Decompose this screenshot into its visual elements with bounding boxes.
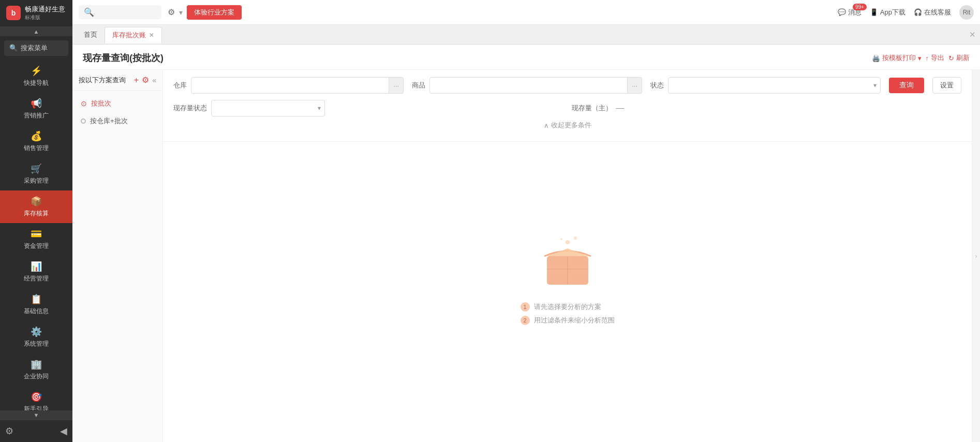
tab-batch-account[interactable]: 库存批次账 ✕ <box>105 27 162 43</box>
product-more-button[interactable]: ··· <box>628 77 642 94</box>
sidebar-search[interactable]: 🔍 搜索菜单 <box>4 40 68 56</box>
sidebar-item-enterprise[interactable]: 🏢 企业协同 <box>0 353 72 386</box>
empty-hint-2: 2 用过滤条件来缩小分析范围 <box>521 316 615 325</box>
sidebar-item-sales[interactable]: 💰 销售管理 <box>0 125 72 158</box>
hint-1-text: 请先选择要分析的方案 <box>534 302 601 312</box>
sidebar-item-purchase[interactable]: 🛒 采购管理 <box>0 158 72 190</box>
export-button[interactable]: ↑ 导出 <box>926 53 945 63</box>
sidebar-footer: ⚙ ◀ <box>0 420 72 442</box>
filter-add-icon[interactable]: + <box>134 76 139 85</box>
purchase-icon: 🛒 <box>31 163 42 174</box>
query-button[interactable]: 查询 <box>889 78 924 93</box>
sidebar-item-marketing[interactable]: 📢 营销推广 <box>0 93 72 125</box>
collapse-more-button[interactable]: ∧ 收起更多条件 <box>173 116 961 134</box>
topbar-search-input[interactable] <box>96 8 148 16</box>
filter-item-by-batch[interactable]: ⊙ 按批次 <box>72 95 162 112</box>
filter-collapse-icon[interactable]: « <box>152 76 156 84</box>
sidebar-item-inventory[interactable]: 📦 库存核算 <box>0 190 72 223</box>
empty-hint-1: 1 请先选择要分析的方案 <box>521 302 615 312</box>
app-download-button[interactable]: 📱 App下载 <box>870 8 905 17</box>
tab-close-icon[interactable]: ✕ <box>149 32 154 39</box>
product-input[interactable] <box>429 77 628 94</box>
filter-settings-icon[interactable]: ⚙ <box>142 75 149 85</box>
enterprise-icon: 🏢 <box>31 359 42 370</box>
collapse-icon: ∧ <box>544 122 549 129</box>
warehouse-more-button[interactable]: ··· <box>389 77 404 94</box>
export-icon: ↑ <box>926 54 929 62</box>
filter-item-by-warehouse-batch[interactable]: 按仓库+批次 <box>72 112 162 130</box>
phone-icon: 📱 <box>870 8 878 16</box>
print-button[interactable]: 🖨️ 按模板打印 ▾ <box>872 53 922 63</box>
message-icon: 💬 <box>838 8 846 16</box>
message-badge: 99+ <box>853 4 867 10</box>
refresh-label: 刷新 <box>956 53 970 63</box>
hint-1-num: 1 <box>521 302 530 312</box>
experience-button[interactable]: 体验行业方案 <box>187 5 242 20</box>
settings-icon[interactable]: ⚙ <box>5 425 13 437</box>
inventory-icon: 📦 <box>31 196 42 207</box>
new-guide-icon: 🎯 <box>31 391 42 403</box>
topbar-right: 💬 消息 99+ 📱 App下载 🎧 在线客服 Rit <box>838 5 974 20</box>
sidebar-item-operations[interactable]: 📊 经营管理 <box>0 256 72 288</box>
topbar-gear-icon[interactable]: ⚙ <box>168 7 175 17</box>
topbar-search-area[interactable]: 🔍 <box>79 5 161 19</box>
tab-bar: 首页 库存批次账 ✕ ✕ <box>72 25 980 45</box>
message-button[interactable]: 💬 消息 99+ <box>838 8 862 17</box>
settings-button[interactable]: 设置 <box>932 77 961 94</box>
filter-group-warehouse: 仓库 ··· <box>173 77 404 94</box>
page-title: 现存量查询(按批次) <box>83 52 164 64</box>
topbar-chevron-icon[interactable]: ▾ <box>179 8 183 17</box>
sidebar: b 畅康通好生意 标准版 ▲ 🔍 搜索菜单 ⚡ 快捷导航 📢 营销推广 💰 销售… <box>0 0 72 442</box>
avatar: Rit <box>959 5 974 20</box>
sidebar-scroll-down[interactable]: ▼ <box>0 410 72 420</box>
sidebar-item-label: 资金管理 <box>24 242 49 251</box>
refresh-button[interactable]: ↻ 刷新 <box>948 53 970 63</box>
sidebar-item-new-guide[interactable]: 🎯 新手引导 <box>0 386 72 410</box>
sidebar-item-system[interactable]: ⚙️ 系统管理 <box>0 321 72 353</box>
product-label: 商品 <box>412 81 425 90</box>
sidebar-item-finance[interactable]: 💳 资金管理 <box>0 223 72 256</box>
filter-group-product: 商品 ··· <box>412 77 642 94</box>
filter-panel-header: 按以下方案查询 + ⚙ « <box>72 70 162 91</box>
sidebar-item-label: 企业协同 <box>24 372 49 381</box>
app-logo: b <box>6 6 21 20</box>
finance-icon: 💳 <box>31 228 42 240</box>
warehouse-input[interactable] <box>191 77 389 94</box>
filter-group-status: 状态 ▾ <box>650 77 881 94</box>
customer-service-label: 在线客服 <box>924 8 951 17</box>
sidebar-header: b 畅康通好生意 标准版 <box>0 0 72 27</box>
tab-home-label: 首页 <box>84 31 97 38</box>
tab-close-all-icon[interactable]: ✕ <box>969 30 976 39</box>
right-slide-arrow-icon: › <box>975 253 977 260</box>
empty-state: 1 请先选择要分析的方案 2 用过滤条件来缩小分析范围 <box>163 142 972 442</box>
tab-batch-account-label: 库存批次账 <box>112 31 146 40</box>
sidebar-item-label: 快捷导航 <box>24 79 49 87</box>
filter-form: 仓库 ··· 商品 ··· 状态 <box>163 70 972 142</box>
filter-item-label: 按批次 <box>91 99 111 108</box>
status-select-wrapper: ▾ <box>668 77 881 94</box>
stock-status-select[interactable] <box>211 100 325 116</box>
filter-item-label: 按仓库+批次 <box>90 116 128 126</box>
quick-nav-icon: ⚡ <box>31 65 42 77</box>
tab-home[interactable]: 首页 <box>77 27 105 42</box>
customer-service-button[interactable]: 🎧 在线客服 <box>914 8 951 17</box>
search-icon: 🔍 <box>9 44 18 52</box>
sidebar-item-basic-info[interactable]: 📋 基础信息 <box>0 288 72 321</box>
status-select[interactable] <box>668 77 881 94</box>
collapse-label: 收起更多条件 <box>551 121 591 130</box>
sidebar-item-quick-nav[interactable]: ⚡ 快捷导航 <box>0 60 72 93</box>
tab-bar-right: ✕ <box>969 30 976 39</box>
filter-group-stock-qty: 现存量（主） — <box>572 104 962 113</box>
user-menu[interactable]: Rit <box>959 5 974 20</box>
main-layout: 按以下方案查询 + ⚙ « ⊙ 按批次 按仓库+批次 <box>72 70 980 442</box>
right-slide-panel[interactable]: › <box>972 70 980 442</box>
status-label: 状态 <box>650 81 664 90</box>
filter-row-2: 现存量状态 ▾ 现存量（主） — <box>173 100 961 116</box>
sidebar-item-label: 营销推广 <box>24 111 49 120</box>
collapse-sidebar-icon[interactable]: ◀ <box>60 425 67 437</box>
sidebar-scroll-up[interactable]: ▲ <box>0 27 72 36</box>
empty-illustration <box>537 228 599 290</box>
filter-item-active-icon: ⊙ <box>81 99 87 108</box>
filter-panel-header-actions: + ⚙ « <box>134 75 156 85</box>
sidebar-item-label: 销售管理 <box>24 144 49 153</box>
